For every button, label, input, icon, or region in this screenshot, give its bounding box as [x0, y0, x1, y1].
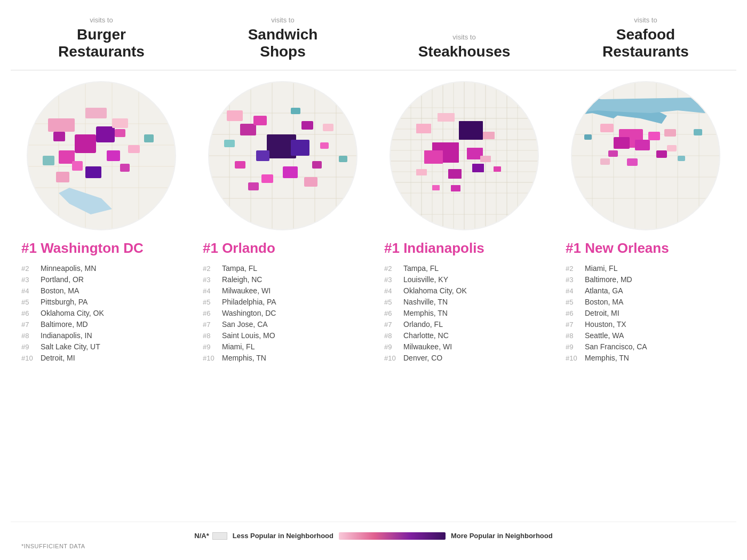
list-item: #4Milwaukee, WI: [203, 286, 368, 295]
city-name: Detroit, MI: [585, 309, 619, 317]
rankings-list-sandwich: #2Tampa, FL#3Raleigh, NC#4Milwaukee, WI#…: [197, 264, 368, 365]
rank-number: #5: [384, 298, 403, 306]
city-column-seafood: #1 New Orleans#2Miami, FL#3Baltimore, MD…: [560, 81, 731, 365]
city-name: Seattle, WA: [585, 331, 624, 340]
svg-rect-21: [85, 108, 107, 118]
rank-number: #4: [21, 287, 41, 295]
rank-number: #4: [203, 287, 222, 295]
rank-number: #9: [21, 343, 41, 351]
city-name: Milwaukee, WI: [403, 342, 452, 351]
list-item: #9Salt Lake City, UT: [21, 342, 187, 351]
rank-number: #3: [566, 276, 585, 284]
city-name: Nashville, TN: [403, 298, 448, 306]
city-name: Miami, FL: [222, 342, 255, 351]
city-name: Baltimore, MD: [41, 320, 88, 329]
svg-rect-93: [451, 185, 460, 191]
svg-rect-50: [248, 182, 259, 190]
svg-rect-123: [584, 134, 592, 140]
list-item: #4Boston, MA: [21, 286, 187, 295]
svg-rect-116: [608, 150, 618, 157]
legend-row: N/A* Less Popular in Neighborhood More P…: [11, 522, 736, 540]
rank-number: #5: [566, 298, 585, 306]
rank-number: #3: [21, 276, 41, 284]
city-name: Louisville, KY: [403, 275, 448, 284]
list-item: #3Raleigh, NC: [203, 275, 368, 284]
rank-number: #2: [203, 265, 222, 273]
rank-number: #7: [203, 321, 222, 329]
rank-number: #3: [203, 276, 222, 284]
svg-rect-85: [448, 169, 462, 179]
city-name: Minneapolis, MN: [41, 264, 96, 273]
visits-label-burger: visits to: [21, 16, 181, 24]
city-name: Boston, MA: [41, 286, 79, 295]
rankings-list-burger: #2Minneapolis, MN#3Portland, OR#4Boston,…: [16, 264, 187, 365]
category-title-seafood: SeafoodRestaurants: [566, 26, 726, 60]
list-item: #7Baltimore, MD: [21, 320, 187, 329]
svg-rect-117: [627, 158, 638, 166]
map-steakhouse: [390, 81, 539, 230]
column-header-sandwich: visits toSandwichShops: [203, 16, 363, 60]
list-item: #7San Jose, CA: [203, 320, 368, 329]
svg-rect-54: [323, 124, 333, 131]
svg-rect-49: [312, 161, 322, 169]
svg-rect-51: [320, 142, 329, 149]
list-item: #5Pittsburgh, PA: [21, 298, 187, 306]
svg-rect-122: [694, 129, 702, 135]
svg-rect-56: [339, 156, 347, 162]
city-column-sandwich: #1 Orlando#2Tampa, FL#3Raleigh, NC#4Milw…: [197, 81, 368, 365]
svg-rect-114: [648, 132, 660, 140]
svg-rect-118: [600, 124, 614, 132]
header-row: visits toBurgerRestaurantsvisits toSandw…: [11, 16, 736, 70]
rank-number: #9: [203, 343, 222, 351]
visits-label-steakhouse: visits to: [384, 33, 544, 41]
rank-number: #8: [384, 332, 403, 340]
rank-number: #6: [384, 309, 403, 317]
svg-rect-43: [240, 124, 256, 135]
svg-rect-87: [416, 124, 431, 133]
svg-rect-42: [256, 150, 269, 161]
city-name: Orlando, FL: [403, 320, 443, 329]
svg-rect-52: [227, 110, 243, 121]
list-item: #6Memphis, TN: [384, 309, 550, 317]
rank-number: #8: [21, 332, 41, 340]
svg-rect-17: [115, 129, 125, 137]
category-title-burger: BurgerRestaurants: [21, 26, 181, 60]
svg-rect-92: [494, 166, 501, 172]
rank-number: #7: [384, 321, 403, 329]
svg-rect-15: [72, 161, 83, 171]
svg-rect-19: [120, 164, 130, 172]
rankings-list-seafood: #2Miami, FL#3Baltimore, MD#4Atlanta, GA#…: [560, 264, 731, 365]
rank1-burger: #1 Washington DC: [16, 240, 144, 257]
svg-rect-124: [678, 156, 685, 161]
svg-rect-46: [261, 174, 273, 183]
rank-number: #5: [203, 298, 222, 306]
na-label-text: N/A*: [194, 532, 209, 540]
less-popular-label: Less Popular in Neighborhood: [233, 532, 333, 540]
city-name: San Francisco, CA: [585, 342, 647, 351]
list-item: #2Miami, FL: [566, 264, 731, 273]
list-item: #6Detroit, MI: [566, 309, 731, 317]
rank-number: #10: [566, 354, 585, 362]
city-name: Saint Louis, MO: [222, 331, 275, 340]
rank-number: #7: [566, 321, 585, 329]
city-name: Milwaukee, WI: [222, 286, 271, 295]
city-name: Oklahoma City, OK: [403, 286, 467, 295]
city-name: San Jose, CA: [222, 320, 268, 329]
svg-rect-57: [291, 108, 300, 114]
column-header-seafood: visits toSeafoodRestaurants: [566, 16, 726, 60]
svg-rect-112: [614, 137, 630, 149]
list-item: #4Oklahoma City, OK: [384, 286, 550, 295]
svg-rect-83: [424, 150, 443, 164]
city-name: Boston, MA: [585, 298, 623, 306]
svg-rect-86: [472, 164, 484, 172]
city-name: Memphis, TN: [222, 354, 266, 362]
svg-rect-14: [107, 150, 120, 161]
legend-gradient: [339, 532, 446, 540]
rankings-list-steakhouse: #2Tampa, FL#3Louisville, KY#4Oklahoma Ci…: [379, 264, 550, 365]
svg-rect-55: [224, 140, 235, 147]
rank-number: #4: [384, 287, 403, 295]
svg-rect-20: [48, 118, 75, 132]
list-item: #10Memphis, TN: [203, 354, 368, 362]
city-name: Washington, DC: [222, 309, 276, 317]
city-name: Atlanta, GA: [585, 286, 623, 295]
